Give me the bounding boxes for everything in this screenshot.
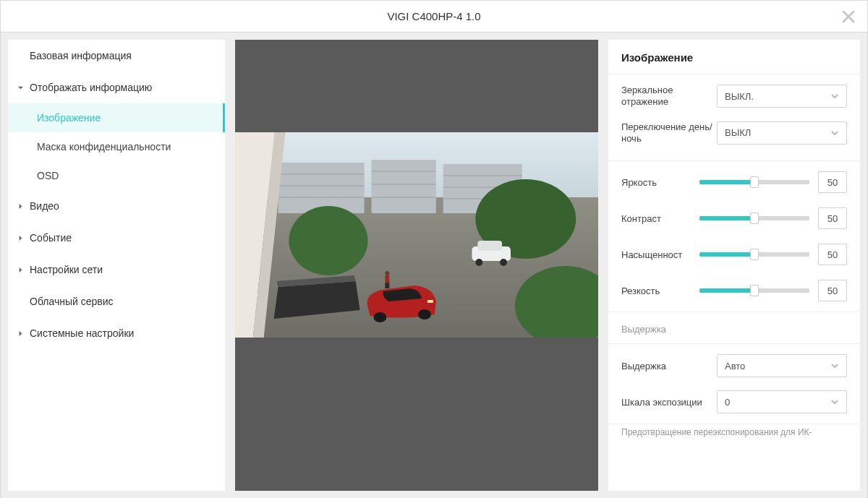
svg-rect-28 — [385, 283, 389, 288]
saturation-slider[interactable] — [699, 252, 809, 257]
settings-panel: Изображение Зеркальное отражение ВЫКЛ. П… — [608, 40, 860, 491]
daynight-label: Переключение день/ночь — [621, 121, 717, 145]
sidebar-item-video[interactable]: Видео — [8, 190, 225, 222]
select-value: 0 — [725, 397, 730, 408]
sidebar-item-event[interactable]: Событие — [8, 222, 225, 254]
select-value: ВЫКЛ — [725, 127, 751, 138]
shutter-select[interactable]: Авто — [717, 354, 847, 377]
daynight-select[interactable]: ВЫКЛ — [717, 121, 847, 145]
svg-rect-3 — [371, 160, 435, 213]
sharpness-slider[interactable] — [699, 288, 809, 293]
chevron-down-icon — [830, 361, 839, 370]
chevron-right-icon — [15, 235, 25, 241]
contrast-slider[interactable] — [699, 216, 809, 220]
svg-point-26 — [385, 271, 389, 275]
sidebar-sub-osd[interactable]: OSD — [8, 161, 225, 190]
brightness-slider[interactable] — [699, 180, 809, 184]
mirror-label: Зеркальное отражение — [621, 85, 717, 108]
sharpness-value[interactable]: 50 — [818, 280, 847, 301]
sidebar-sub-image[interactable]: Изображение — [8, 103, 225, 132]
sidebar-item-basic-info[interactable]: Базовая информация — [8, 40, 225, 72]
sidebar-item-label: Видео — [30, 200, 59, 212]
chevron-down-icon — [830, 398, 839, 406]
svg-point-16 — [289, 206, 367, 275]
svg-rect-20 — [477, 241, 502, 251]
chevron-down-icon — [830, 129, 839, 137]
chevron-right-icon — [15, 330, 25, 337]
chevron-down-icon — [830, 92, 839, 100]
svg-rect-2 — [278, 163, 365, 213]
svg-point-23 — [373, 312, 386, 322]
sidebar-item-label: Базовая информация — [30, 50, 132, 61]
sidebar: Базовая информация Отображать информацию… — [8, 40, 225, 491]
sidebar-item-network[interactable]: Настройки сети — [8, 254, 225, 286]
sidebar-item-label: Маска конфиденциальности — [37, 141, 171, 153]
sidebar-item-label: Настройки сети — [30, 264, 103, 275]
title-bar: VIGI C400HP-4 1.0 — [1, 1, 867, 33]
saturation-label: Насыщенност — [621, 249, 694, 260]
window-title: VIGI C400HP-4 1.0 — [387, 10, 480, 22]
brightness-label: Яркость — [621, 177, 694, 188]
brightness-value[interactable]: 50 — [818, 171, 847, 193]
mirror-select[interactable]: ВЫКЛ. — [717, 85, 847, 108]
chevron-right-icon — [15, 267, 25, 273]
ir-hint-text: Предотвращение переэкспонирования для ИК… — [608, 424, 860, 437]
chevron-down-icon — [15, 85, 25, 91]
sharpness-label: Резкость — [621, 286, 694, 296]
sidebar-item-label: Отображать информацию — [30, 82, 152, 93]
shutter-label: Выдержка — [621, 361, 717, 372]
sidebar-item-cloud[interactable]: Облачный сервис — [8, 286, 225, 317]
saturation-value[interactable]: 50 — [818, 244, 847, 265]
sidebar-sub-privacy-mask[interactable]: Маска конфиденциальности — [8, 132, 225, 161]
svg-point-21 — [475, 259, 482, 266]
sidebar-item-label: Облачный сервис — [30, 296, 114, 307]
video-preview-area — [235, 40, 598, 491]
exposure-scale-label: Шкала экспозиции — [621, 397, 717, 408]
svg-point-22 — [500, 259, 507, 266]
contrast-value[interactable]: 50 — [818, 207, 847, 229]
svg-rect-25 — [427, 300, 433, 303]
close-icon[interactable] — [840, 8, 857, 25]
exposure-scale-select[interactable]: 0 — [717, 390, 847, 413]
chevron-right-icon — [15, 203, 25, 210]
contrast-label: Контраст — [621, 213, 694, 224]
sidebar-item-label: OSD — [37, 170, 59, 181]
sidebar-item-display-info[interactable]: Отображать информацию — [8, 72, 225, 103]
sidebar-item-label: Системные настройки — [30, 327, 134, 339]
sidebar-item-label: Изображение — [37, 112, 101, 124]
svg-point-24 — [418, 309, 431, 319]
camera-preview — [235, 132, 598, 338]
panel-title: Изображение — [608, 40, 860, 74]
sidebar-item-system[interactable]: Системные настройки — [8, 317, 225, 349]
select-value: Авто — [725, 361, 745, 372]
exposure-section-header: Выдержка — [621, 319, 847, 336]
sidebar-item-label: Событие — [30, 232, 72, 244]
svg-rect-27 — [385, 275, 389, 283]
select-value: ВЫКЛ. — [725, 91, 754, 102]
